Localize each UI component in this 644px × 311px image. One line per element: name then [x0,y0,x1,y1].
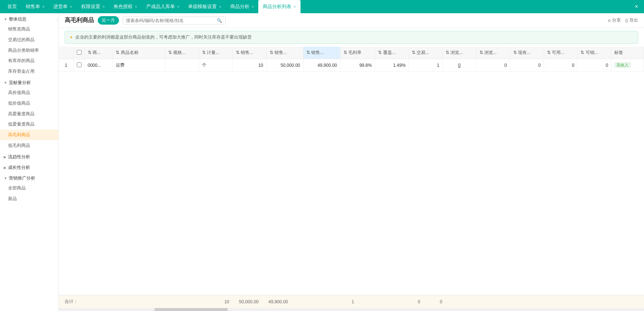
nav-role-auth[interactable]: 角色授权 × [109,0,141,13]
footer-stock-current: 0 [401,299,423,304]
sidebar-item-category-rate[interactable]: 商品分类助销率 [0,45,58,56]
cell-gross-margin: 99.8% [340,59,375,72]
row-checkbox[interactable] [77,62,82,67]
col-trade[interactable]: ⇅ 交易... [409,47,443,59]
cell-coverage: 1.49% [375,59,409,72]
search-icon[interactable]: 🔍 [217,18,222,23]
sidebar-item-low-margin[interactable]: 低毛利商品 [0,140,58,151]
search-box[interactable]: 🔍 [123,17,226,25]
sidebar-group-contribution[interactable]: ▼ 贡献量分析 [0,77,58,87]
footer-stock-available: 0 [423,299,445,304]
info-banner: ✦ 企业的主要的利润都是这部分商品创造的，可考虑加大推广，同时关注库存是不要出现… [65,31,638,44]
footer-spacer3 [313,299,335,304]
nav-product-analysis[interactable]: 商品分析 × [226,0,258,13]
footer-spacer5 [379,299,401,304]
nav-analysis-list-close[interactable]: × [294,4,296,9]
sidebar-item-traded-goods[interactable]: 交易过的商品 [0,35,58,45]
nav-analysis-close[interactable]: × [252,4,254,9]
sidebar-item-low-love[interactable]: 低爱量度商品 [0,119,58,130]
cell-tag: 高收入 [611,59,644,72]
col-tag[interactable]: 标签 [611,47,644,59]
sidebar-group-overall[interactable]: ▼ 整体信息 [0,13,58,24]
col-check[interactable] [73,47,84,59]
arrow-right-icon-2: ▶ [4,166,7,170]
export-button[interactable]: ⎙ 导出 [625,17,638,23]
col-stock-sellable[interactable]: ⇅ 可销... [578,47,611,59]
data-table-wrapper[interactable]: ⇅ 商... ⇅ 商品名称 ⇅ 规格... ⇅ [59,47,644,295]
nav-analysis-list[interactable]: 商品分析列表 × [258,0,300,13]
nav-sales[interactable]: 销售单 × [21,0,49,13]
col-browse1[interactable]: ⇅ 浏览... [442,47,476,59]
nav-permissions[interactable]: 权限设置 × [77,0,109,13]
filter-month-button[interactable]: 近一月 [98,16,119,25]
header-actions: ⎋ 分享 ⎙ 导出 [608,17,638,23]
sidebar-item-stock-capital[interactable]: 库存资金占用 [0,66,58,77]
arrow-right-icon: ▶ [4,155,7,159]
col-spec[interactable]: ⇅ 规格... [165,47,199,59]
window-close-button[interactable]: × [632,3,641,10]
scrollbar-thumb[interactable] [154,308,228,311]
main-layout: « ▼ 整体信息 销售览商品 交易过的商品 商品分类助销率 有库存的商品 库存资… [0,13,644,311]
sidebar-item-new-products[interactable]: 新品 [0,194,58,204]
col-index [59,47,73,59]
sidebar-item-high-love[interactable]: 高爱量度商品 [0,109,58,119]
col-unit[interactable]: ⇅ 计量... [199,47,233,59]
arrow-down-icon: ▼ [4,17,7,21]
nav-home[interactable]: 首页 [3,0,21,13]
sidebar-group-flow[interactable]: ▶ 流趋性分析 [0,151,58,162]
sidebar-item-low-value[interactable]: 低价值商品 [0,98,58,109]
export-icon: ⎙ [625,18,628,23]
cell-check[interactable] [73,59,84,72]
cell-unit: 个 [199,59,233,72]
nav-sales-close[interactable]: × [42,4,44,9]
cell-code: 0000... [84,59,113,72]
product-table: ⇅ 商... ⇅ 商品名称 ⇅ 规格... ⇅ [59,47,644,72]
col-stock-available[interactable]: ⇅ 可用... [544,47,578,59]
nav-purchase[interactable]: 进货单 × [49,0,76,13]
nav-permissions-close[interactable]: × [102,4,105,9]
footer-spacer [85,299,210,304]
tag-badge: 高收入 [614,62,631,68]
nav-template[interactable]: 单据模板设置 × [184,0,226,13]
nav-product-entry[interactable]: 产成品入库单 × [142,0,184,13]
sidebar-item-all-products[interactable]: 全部商品 [0,183,58,194]
sidebar: « ▼ 整体信息 销售览商品 交易过的商品 商品分类助销率 有库存的商品 库存资… [0,13,59,311]
sidebar-item-in-stock[interactable]: 有库存的商品 [0,55,58,66]
sidebar-item-high-margin[interactable]: 高毛利商品 [0,130,58,140]
cell-sales-profit: 49,900.00 [303,59,340,72]
col-sales-qty[interactable]: ⇅ 销售... [233,47,266,59]
sidebar-group-marketing[interactable]: ▼ 营销推广分析 [0,172,58,183]
col-coverage[interactable]: ⇅ 覆盖... [375,47,409,59]
footer-sales-qty: 10 [210,299,232,304]
top-navigation: 首页 销售单 × 进货单 × 权限设置 × 角色授权 × 产成品入库单 × 单据… [0,0,644,13]
content-header: 高毛利商品 近一月 🔍 ⎋ 分享 ⎙ 导出 [59,13,644,28]
cell-browse1[interactable]: 0 [442,59,476,72]
nav-product-close[interactable]: × [177,4,179,9]
cell-stock-current: 0 [510,59,544,72]
col-sales-amount[interactable]: ⇅ 销售... [266,47,303,59]
sidebar-item-high-value[interactable]: 高价值商品 [0,87,58,98]
footer-total-bar: 合计： 10 50,000.00 49,900.00 1 0 0 [59,295,644,308]
nav-template-close[interactable]: × [219,4,221,9]
select-all-checkbox[interactable] [77,50,82,55]
sidebar-group-growth[interactable]: ▶ 成长性分析 [0,162,58,172]
col-stock-current[interactable]: ⇅ 现有... [510,47,544,59]
nav-role-close[interactable]: × [135,4,137,9]
cell-name: 运费 [113,59,165,72]
share-button[interactable]: ⎋ 分享 [608,17,621,23]
col-name[interactable]: ⇅ 商品名称 [113,47,165,59]
col-code[interactable]: ⇅ 商... [84,47,113,59]
sidebar-item-sales-overview[interactable]: 销售览商品 [0,24,58,35]
col-sales-profit[interactable]: ⇅ 销售... [303,47,340,59]
page-title: 高毛利商品 [65,17,94,24]
arrow-down-icon-3: ▼ [4,176,7,180]
cell-sales-amount: 50,000.00 [266,59,303,72]
col-browse2[interactable]: ⇅ 浏览... [476,47,510,59]
search-input[interactable] [126,18,217,23]
horizontal-scrollbar[interactable] [59,308,644,311]
footer-spacer4 [357,299,379,304]
share-icon: ⎋ [608,18,611,23]
nav-purchase-close[interactable]: × [70,4,72,9]
col-gross-margin[interactable]: ⇅ 毛利率 [340,47,375,59]
table-header-row: ⇅ 商... ⇅ 商品名称 ⇅ 规格... ⇅ [59,47,644,59]
